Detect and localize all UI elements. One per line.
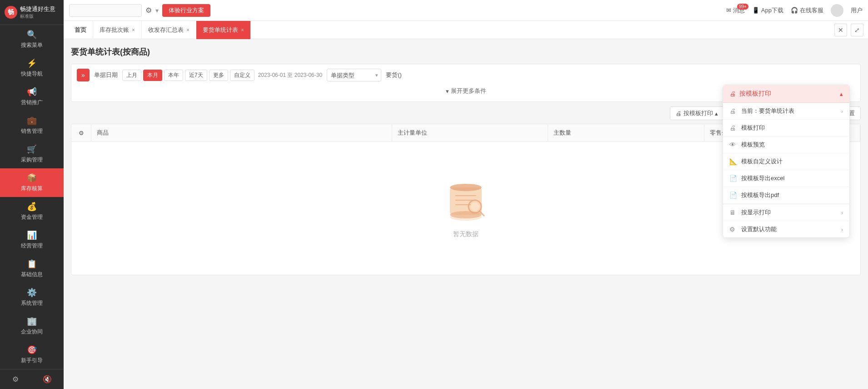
sidebar-item-finance[interactable]: 💰 资金管理: [0, 197, 64, 226]
date-range-text: 2023-06-01 至 2023-06-30: [258, 71, 322, 79]
dropdown-item-set-default[interactable]: ⚙ 设置默认功能 ›: [723, 221, 849, 237]
sidebar-item-label: 营销推广: [21, 99, 43, 106]
expand-more-btn[interactable]: ▾ 展开更多条件: [442, 85, 490, 97]
sidebar-nav: 🔍 搜索菜单 ⚡ 快捷导航 📢 营销推广 💼 销售管理 🛒 采购管理 📦 库存核…: [0, 25, 64, 369]
order-type-select[interactable]: 单据类型: [327, 69, 381, 81]
topbar-dropdown-icon[interactable]: ▾: [155, 7, 159, 14]
app-download-label: App下载: [761, 6, 783, 15]
sidebar-item-sales[interactable]: 💼 销售管理: [0, 111, 64, 140]
dropdown-item-current[interactable]: 🖨 当前：要货单统计表 ›: [723, 103, 849, 120]
filter-toggle-btn[interactable]: »: [77, 69, 90, 81]
tab-close-order-stats[interactable]: ×: [241, 27, 244, 33]
close-tab-btn[interactable]: ✕: [834, 24, 847, 36]
sidebar-item-quick-nav[interactable]: ⚡ 快捷导航: [0, 54, 64, 82]
inventory-icon: 📦: [27, 173, 37, 183]
sidebar-item-newbie[interactable]: 🎯 新手引导: [0, 340, 64, 369]
sidebar-item-search[interactable]: 🔍 搜索菜单: [0, 25, 64, 54]
printer-header-icon: 🖨: [729, 90, 736, 97]
sidebar-item-label: 资金管理: [21, 213, 43, 221]
sidebar-item-operations[interactable]: 📊 经营管理: [0, 226, 64, 254]
tab-home[interactable]: 首页: [68, 21, 93, 39]
svg-point-2: [450, 184, 482, 191]
marketing-icon: 📢: [27, 87, 37, 97]
system-icon: ⚙️: [27, 288, 37, 298]
sidebar-item-label: 库存核算: [21, 185, 43, 192]
quick-nav-icon: ⚡: [27, 58, 37, 68]
sidebar-item-label: 经营管理: [21, 242, 43, 250]
page-content: 要货单统计表(按商品) » 单据日期 上月 本月 本年 近7天 更多 自定义 2…: [64, 39, 868, 389]
dropdown-item-template-preview[interactable]: 👁 模板预览: [723, 136, 849, 153]
tab-inventory-batch[interactable]: 库存批次账 ×: [93, 21, 142, 39]
dropdown-default-left: ⚙ 设置默认功能: [729, 225, 777, 233]
dropdown-item-left-current: 🖨 当前：要货单统计表: [729, 107, 794, 115]
th-quantity: 主数量: [548, 124, 704, 141]
tab-close-inventory-batch[interactable]: ×: [132, 27, 135, 33]
date-btn-custom[interactable]: 自定义: [230, 70, 254, 81]
dropdown-item-display-print[interactable]: 🖥 按显示打印 ›: [723, 204, 849, 221]
topbar-gear-icon[interactable]: ⚙: [145, 6, 152, 15]
date-btn-this-month[interactable]: 本月: [143, 70, 162, 81]
page-title: 要货单统计表(按商品): [71, 46, 861, 57]
tab-order-stats[interactable]: 要货单统计表 ×: [196, 21, 251, 39]
chevron-up-header-icon[interactable]: ▴: [840, 91, 843, 97]
filter-row-1: » 单据日期 上月 本月 本年 近7天 更多 自定义 2023-06-01 至 …: [77, 69, 855, 81]
dropdown-display-left: 🖥 按显示打印: [729, 208, 771, 217]
user-avatar[interactable]: [831, 4, 843, 17]
headset-icon: 🎧: [791, 7, 798, 14]
main-area: ⚙ ▾ 体验行业方案 ✉ 消息 99+ 📱 App下载 🎧 在线客服 用户 首: [64, 0, 868, 389]
dropdown-item-template-print[interactable]: 🖨 模板打印: [723, 120, 849, 136]
dropdown-header: 🖨 按模板打印 ▴: [723, 85, 849, 103]
enterprise-icon: 🏢: [27, 316, 37, 326]
sidebar-audio-btn[interactable]: 🔇: [39, 373, 55, 385]
online-service-btn[interactable]: 🎧 在线客服: [791, 6, 823, 15]
dropdown-header-label: 按模板打印: [739, 90, 771, 98]
date-buttons: 上月 本月 本年 近7天 更多 自定义 2023-06-01 至 2023-06…: [122, 70, 322, 81]
sidebar-item-marketing[interactable]: 📢 营销推广: [0, 82, 64, 111]
sidebar-item-label: 快捷导航: [21, 70, 43, 78]
dropdown-item-export-excel[interactable]: 📄 按模板导出excel: [723, 170, 849, 187]
sidebar-item-basic-info[interactable]: 📋 基础信息: [0, 254, 64, 283]
dropdown-section-2: 🖥 按显示打印 › ⚙ 设置默认功能 ›: [723, 204, 849, 237]
message-badge: 99+: [737, 4, 748, 10]
sidebar-item-inventory[interactable]: 📦 库存核算: [0, 168, 64, 197]
template-print-btn[interactable]: 🖨 按模板打印 ▴: [670, 106, 724, 120]
sidebar-item-label: 企业协同: [21, 328, 43, 336]
dropdown-item-template-print-label: 模板打印: [741, 124, 765, 132]
trial-button[interactable]: 体验行业方案: [162, 4, 210, 17]
sidebar-item-purchase[interactable]: 🛒 采购管理: [0, 140, 64, 168]
sidebar-settings-btn[interactable]: ⚙: [9, 373, 22, 385]
date-btn-last-month[interactable]: 上月: [122, 70, 141, 81]
sidebar-item-label: 系统管理: [21, 299, 43, 307]
sidebar-item-label: 采购管理: [21, 156, 43, 164]
sidebar-item-system[interactable]: ⚙️ 系统管理: [0, 283, 64, 312]
svg-point-8: [471, 202, 479, 211]
preview-icon: 👁: [729, 141, 737, 148]
user-name: 用户: [851, 6, 863, 15]
dropdown-item-design-label: 模板自定义设计: [741, 157, 783, 166]
dropdown-header-left: 🖨 按模板打印: [729, 90, 771, 98]
date-btn-more[interactable]: 更多: [209, 70, 228, 81]
sales-icon: 💼: [27, 116, 37, 126]
th-settings[interactable]: ⚙: [71, 124, 91, 141]
app-download-btn[interactable]: 📱 App下载: [752, 6, 783, 15]
dropdown-default-label: 设置默认功能: [741, 225, 777, 233]
printer-template-icon: 🖨: [729, 124, 737, 131]
chevron-right-default-icon: ›: [841, 226, 843, 233]
search-input[interactable]: [69, 4, 142, 17]
date-btn-this-year[interactable]: 本年: [164, 70, 183, 81]
dropdown-item-export-pdf[interactable]: 📄 按模板导出pdf: [723, 187, 849, 204]
sidebar-item-enterprise[interactable]: 🏢 企业协同: [0, 312, 64, 340]
template-print-label: 按模板打印: [683, 109, 713, 117]
basic-info-icon: 📋: [27, 259, 37, 269]
top-bar-left: ⚙ ▾ 体验行业方案: [69, 4, 210, 17]
dropdown-item-template-design[interactable]: 📐 模板自定义设计: [723, 153, 849, 170]
sidebar-item-label: 新手引导: [21, 357, 43, 364]
expand-tab-btn[interactable]: ⤢: [851, 24, 863, 36]
dropdown-item-preview-label: 模板预览: [741, 141, 765, 149]
app-download-icon: 📱: [752, 7, 759, 14]
tab-receipt-summary[interactable]: 收发存汇总表 ×: [142, 21, 196, 39]
message-btn[interactable]: ✉ 消息 99+: [726, 6, 745, 15]
excel-icon: 📄: [729, 175, 737, 182]
tab-close-receipt-summary[interactable]: ×: [186, 27, 190, 33]
date-btn-7days[interactable]: 近7天: [185, 70, 207, 81]
